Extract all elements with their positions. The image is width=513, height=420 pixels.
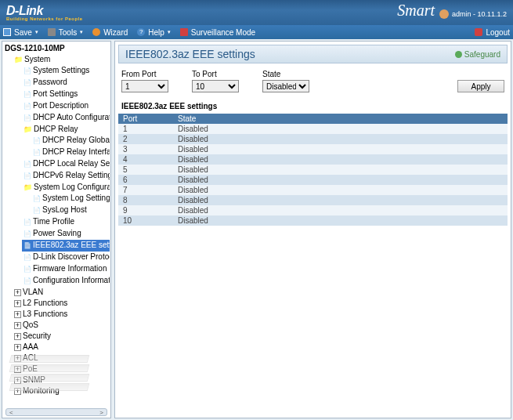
cell-port: 3 (118, 144, 173, 154)
cell-port: 10 (118, 215, 173, 226)
sidebar: DGS-1210-10MP System System Settings Pas… (2, 41, 111, 418)
tree-dhcp-global[interactable]: DHCP Relay Global Setting (31, 135, 110, 147)
safeguard-indicator: Safeguard (455, 50, 500, 59)
tree-qos[interactable]: QoS (13, 320, 110, 331)
tree-vlan[interactable]: VLAN (13, 287, 110, 298)
tree-dhcp-auto[interactable]: DHCP Auto Configuration (22, 112, 110, 124)
table-row: 1Disabled (118, 124, 508, 134)
tree-time-profile[interactable]: Time Profile (22, 216, 110, 228)
cell-state: Disabled (173, 175, 508, 185)
tree-l2[interactable]: L2 Functions (13, 298, 110, 309)
section-title: IEEE802.3az EEE settings (118, 99, 508, 114)
cell-state: Disabled (173, 154, 508, 165)
wizard-icon (92, 28, 100, 36)
tree-aaa[interactable]: AAA (13, 342, 110, 353)
save-icon (3, 28, 11, 36)
brand-label: Smart (397, 2, 435, 20)
cell-port: 2 (118, 134, 173, 144)
to-port-select[interactable]: 10 (192, 80, 239, 92)
tree-dlink-discover[interactable]: D-Link Discover Protocol (22, 252, 110, 263)
cell-port: 1 (118, 124, 173, 134)
save-menu[interactable]: Save▾ (3, 28, 38, 37)
logo: D-Link Building Networks for People (6, 4, 83, 21)
cell-state: Disabled (173, 215, 508, 226)
tree-dhcp-relay[interactable]: DHCP Relay (22, 124, 110, 135)
safeguard-icon (455, 51, 462, 58)
wizard-button[interactable]: Wizard (92, 28, 128, 37)
from-port-label: From Port (121, 70, 168, 78)
tree-system-settings[interactable]: System Settings (22, 65, 110, 77)
table-row: 9Disabled (118, 205, 508, 215)
tree-syslog-conf[interactable]: System Log Configuration (22, 182, 110, 193)
surveillance-icon (180, 28, 188, 36)
cell-state: Disabled (173, 124, 508, 134)
cell-port: 4 (118, 154, 173, 165)
tree-port-settings[interactable]: Port Settings (22, 89, 110, 100)
tree-config-info[interactable]: Configuration Information (22, 275, 110, 287)
cell-state: Disabled (173, 134, 508, 144)
tree-root[interactable]: DGS-1210-10MP (3, 42, 110, 54)
cell-port: 8 (118, 195, 173, 205)
logout-icon (475, 28, 482, 36)
cell-port: 5 (118, 165, 173, 175)
tree-password[interactable]: Password (22, 77, 110, 89)
port-table: Port State 1Disabled2Disabled3Disabled4D… (118, 114, 508, 226)
cell-port: 6 (118, 175, 173, 185)
state-label: State (262, 70, 309, 78)
table-row: 7Disabled (118, 185, 508, 195)
chevron-right-icon: > (99, 409, 103, 416)
tree-dhcp-local[interactable]: DHCP Local Relay Settings (22, 158, 110, 170)
admin-info: admin - 10.11.1.2 (439, 9, 507, 19)
page-title-bar: IEEE802.3az EEE settings Safeguard (118, 45, 508, 63)
th-port: Port (118, 114, 173, 124)
cell-state: Disabled (173, 205, 508, 215)
tree-system[interactable]: System (13, 54, 110, 65)
state-select[interactable]: Disabled (262, 80, 309, 92)
table-row: 8Disabled (118, 195, 508, 205)
th-state: State (173, 114, 508, 124)
apply-button[interactable]: Apply (457, 80, 504, 92)
tree-syslog-settings[interactable]: System Log Settings (31, 193, 110, 205)
cell-port: 9 (118, 205, 173, 215)
table-row: 3Disabled (118, 144, 508, 154)
cell-state: Disabled (173, 144, 508, 154)
tree-l3[interactable]: L3 Functions (13, 309, 110, 320)
tree-dhcp-if[interactable]: DHCP Relay Interface Setti (31, 147, 110, 158)
to-port-label: To Port (192, 70, 239, 78)
help-icon: ? (137, 28, 145, 36)
chevron-down-icon: ▾ (80, 29, 83, 35)
tree-ieee-eee[interactable]: IEEE802.3az EEE settings (22, 240, 110, 252)
avatar-icon (439, 9, 449, 19)
tree-dhcpv6[interactable]: DHCPv6 Relay Settings (22, 170, 110, 182)
tree-firmware[interactable]: Firmware Information (22, 263, 110, 275)
tree-power-saving[interactable]: Power Saving (22, 228, 110, 240)
chevron-down-icon: ▾ (168, 29, 171, 35)
cell-state: Disabled (173, 185, 508, 195)
device-illustration (10, 355, 89, 398)
from-port-select[interactable]: 1 (121, 80, 168, 92)
table-row: 10Disabled (118, 215, 508, 226)
chevron-left-icon: < (9, 409, 13, 416)
table-row: 6Disabled (118, 175, 508, 185)
cell-state: Disabled (173, 195, 508, 205)
tree-syslog-host[interactable]: SysLog Host (31, 205, 110, 216)
content: IEEE802.3az EEE settings Safeguard From … (114, 41, 511, 418)
surveillance-button[interactable]: Surveillance Mode (180, 28, 255, 37)
settings-row: From Port 1 To Port 10 State Disabled Ap… (118, 63, 508, 99)
tools-icon (48, 28, 56, 36)
help-menu[interactable]: ? Help▾ (137, 28, 171, 37)
table-row: 2Disabled (118, 134, 508, 144)
sidebar-scroller[interactable]: < > (5, 408, 107, 416)
tree-port-description[interactable]: Port Description (22, 100, 110, 112)
cell-state: Disabled (173, 165, 508, 175)
toolbar: Save▾ Tools▾ Wizard ? Help▾ Surveillance… (0, 25, 513, 39)
tools-menu[interactable]: Tools▾ (48, 28, 83, 37)
cell-port: 7 (118, 185, 173, 195)
header: D-Link Building Networks for People Smar… (0, 0, 513, 25)
tree-security[interactable]: Security (13, 331, 110, 342)
table-row: 5Disabled (118, 165, 508, 175)
logout-button[interactable]: Logout (475, 28, 510, 37)
page-title: IEEE802.3az EEE settings (125, 48, 255, 60)
table-row: 4Disabled (118, 154, 508, 165)
chevron-down-icon: ▾ (35, 29, 38, 35)
